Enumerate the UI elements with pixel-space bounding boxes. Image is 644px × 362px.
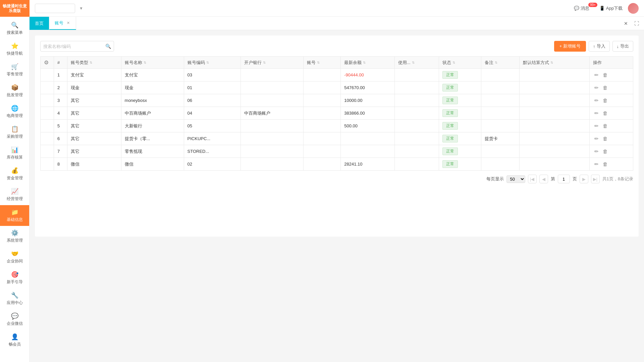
search-input[interactable]: [43, 44, 105, 49]
row-default-settlement-5: [519, 132, 590, 145]
th-balance-label: 最新余额: [344, 60, 362, 66]
sidebar-item-system-manage[interactable]: ⚙️ 系统管理: [0, 226, 29, 247]
sidebar-item-business-manage[interactable]: 📈 经营管理: [0, 184, 29, 205]
edit-button-3[interactable]: ✏: [593, 110, 600, 117]
row-usage-1: [394, 81, 439, 94]
tab-home[interactable]: 首页: [30, 17, 49, 30]
topbar-dropdown-icon[interactable]: ▼: [79, 6, 83, 11]
sort-usage-icon: ⇅: [412, 61, 415, 64]
sidebar-item-capital-manage[interactable]: 💰 资金管理: [0, 164, 29, 184]
th-settings[interactable]: ⚙: [41, 57, 54, 69]
topbar-search-input[interactable]: [35, 4, 75, 13]
sidebar-item-enterprise-wechat[interactable]: 💬 企业微信: [0, 309, 29, 330]
row-type-3: 其它: [67, 107, 121, 120]
sidebar-item-new-guide[interactable]: 🎯 新手引导: [0, 267, 29, 288]
delete-button-7[interactable]: 🗑: [601, 161, 609, 168]
tab-expand-action[interactable]: ⛶: [632, 19, 641, 28]
row-status-2: 正常: [439, 94, 481, 107]
inventory-check-icon: 📊: [11, 146, 18, 154]
avatar[interactable]: [628, 3, 639, 14]
table-row: 1 支付宝 支付宝 03 -90444.00 正常 ✏ 🗑: [41, 69, 633, 81]
import-button[interactable]: ↑ 导入: [589, 41, 610, 52]
edit-button-6[interactable]: ✏: [593, 148, 600, 155]
app-logo: 畅捷通时生意 乐鹿版: [0, 0, 30, 17]
page-size-select[interactable]: 50 20 100: [506, 175, 525, 183]
sidebar-item-search-menu[interactable]: 🔍 搜索菜单: [0, 18, 29, 39]
edit-button-1[interactable]: ✏: [593, 84, 600, 92]
th-name[interactable]: 账号名称 ⇅: [121, 57, 184, 69]
th-balance[interactable]: 最新余额 ⇅: [341, 57, 395, 69]
prev-page-button[interactable]: ◀: [539, 175, 548, 183]
search-box[interactable]: 🔍: [40, 41, 114, 52]
th-code-label: 账号编码: [187, 60, 205, 66]
edit-button-7[interactable]: ✏: [593, 161, 600, 168]
tab-close-action[interactable]: ✕: [621, 19, 631, 28]
th-bank-label: 开户银行: [244, 60, 262, 66]
row-account-0: [303, 69, 340, 81]
sidebar-item-label: 库存核算: [7, 155, 23, 160]
row-settings-4: [41, 120, 54, 132]
tab-account[interactable]: 账号 ✕: [49, 17, 76, 30]
edit-button-5[interactable]: ✏: [593, 135, 600, 142]
tab-account-label: 账号: [55, 20, 63, 26]
row-num-4: 5: [54, 120, 67, 132]
next-page-button[interactable]: ▶: [580, 175, 588, 183]
th-status[interactable]: 状态 ⇅: [439, 57, 481, 69]
sidebar-item-inventory-check[interactable]: 📊 库存核算: [0, 143, 29, 164]
th-type[interactable]: 账号类型 ⇅: [67, 57, 121, 69]
search-icon[interactable]: 🔍: [105, 44, 111, 49]
message-button[interactable]: 💬 消息 99+: [574, 5, 594, 11]
sidebar-item-quick-nav[interactable]: ⭐ 快捷导航: [0, 39, 29, 60]
status-badge-7: 正常: [442, 160, 458, 168]
th-code[interactable]: 账号编码 ⇅: [184, 57, 240, 69]
th-remark[interactable]: 备注 ⇅: [481, 57, 519, 69]
row-account-3: [303, 107, 340, 120]
status-badge-5: 正常: [442, 135, 458, 142]
sidebar-item-member[interactable]: 👤 畅会员: [0, 330, 29, 351]
edit-button-2[interactable]: ✏: [593, 97, 600, 104]
sidebar-item-ecommerce-manage[interactable]: 🌐 电商管理: [0, 101, 29, 122]
settings-icon[interactable]: ⚙: [44, 60, 49, 65]
table-row: 7 其它 零售抵现 STORED... 正常 ✏ 🗑: [41, 145, 633, 158]
edit-button-4[interactable]: ✏: [593, 122, 600, 130]
tab-close-icon[interactable]: ✕: [66, 20, 70, 26]
account-table: ⚙ # 账号类型 ⇅ 账号名称 ⇅: [40, 56, 633, 171]
export-button[interactable]: ↓ 导出: [612, 41, 634, 52]
th-num: #: [54, 57, 67, 69]
last-page-button[interactable]: ▶|: [591, 175, 600, 183]
add-account-button[interactable]: + 新增账号: [554, 41, 586, 52]
sidebar-item-purchase-manage[interactable]: 📋 采购管理: [0, 122, 29, 143]
sidebar-item-basic-info[interactable]: 📁 基础信息: [0, 205, 29, 226]
delete-button-1[interactable]: 🗑: [601, 84, 609, 91]
page-input[interactable]: [558, 175, 570, 183]
delete-button-5[interactable]: 🗑: [601, 135, 609, 142]
row-bank-1: [240, 81, 303, 94]
edit-button-0[interactable]: ✏: [593, 71, 600, 79]
row-bank-7: [240, 158, 303, 171]
th-default-settlement[interactable]: 默认结算方式 ⇅: [519, 57, 590, 69]
delete-button-2[interactable]: 🗑: [601, 97, 609, 104]
delete-button-3[interactable]: 🗑: [601, 110, 609, 117]
delete-button-0[interactable]: 🗑: [601, 71, 609, 78]
row-name-5: 提货卡（零...: [121, 132, 184, 145]
row-balance-4: 500.00: [341, 120, 395, 132]
sidebar-item-label: 企业协同: [7, 258, 23, 264]
th-account[interactable]: 账号 ⇅: [303, 57, 340, 69]
th-usage[interactable]: 使用... ⇅: [394, 57, 439, 69]
sidebar-item-retail-manage[interactable]: 🛒 零售管理: [0, 60, 29, 80]
sidebar-item-enterprise-agreement[interactable]: 🤝 企业协同: [0, 247, 29, 267]
th-bank[interactable]: 开户银行 ⇅: [240, 57, 303, 69]
sidebar: 畅捷通时生意 乐鹿版 🔍 搜索菜单 ⭐ 快捷导航 🛒 零售管理 📦 批发管理 🌐…: [0, 0, 30, 362]
app-download-button[interactable]: 📱 App下载: [599, 5, 623, 11]
enterprise-wechat-icon: 💬: [11, 312, 18, 320]
first-page-button[interactable]: |◀: [528, 175, 537, 183]
import-label: 导入: [597, 43, 605, 49]
message-icon: 💬: [574, 6, 579, 11]
sidebar-item-app-center[interactable]: 🔧 应用中心: [0, 288, 29, 309]
purchase-manage-icon: 📋: [11, 125, 18, 133]
delete-button-6[interactable]: 🗑: [601, 148, 609, 155]
row-status-7: 正常: [439, 158, 481, 171]
row-account-4: [303, 120, 340, 132]
sidebar-item-wholesale-manage[interactable]: 📦 批发管理: [0, 80, 29, 101]
delete-button-4[interactable]: 🗑: [601, 122, 609, 129]
